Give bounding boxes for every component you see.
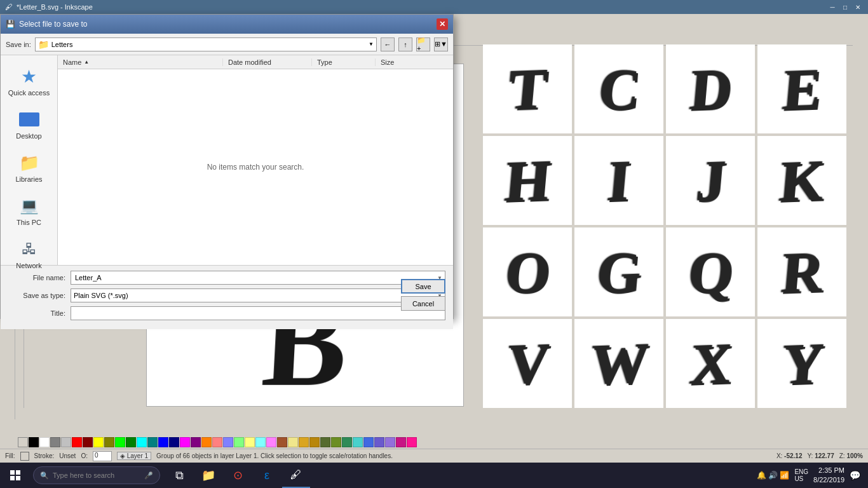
- white-swatch[interactable]: [39, 437, 50, 447]
- yellow-swatch[interactable]: [93, 437, 104, 447]
- notification-icon[interactable]: 💬: [850, 470, 860, 480]
- nav-thispc[interactable]: 💻 This PC: [4, 190, 54, 231]
- letter-k-cell: K: [757, 136, 846, 225]
- desktop-icon: [19, 112, 39, 126]
- slateblue-swatch[interactable]: [374, 437, 384, 447]
- goldenrod-swatch[interactable]: [299, 437, 309, 447]
- lightmagenta-swatch[interactable]: [266, 437, 276, 447]
- lightcyan-swatch[interactable]: [255, 437, 266, 447]
- opacity-label: O:: [81, 452, 88, 459]
- taskbar-apps: ⧉ 📁 ⊙ ε 🖋: [165, 463, 310, 488]
- folder-combo[interactable]: 📁 Letters ▼: [35, 37, 377, 51]
- blue-swatch[interactable]: [158, 437, 168, 447]
- gray-swatch[interactable]: [50, 437, 60, 447]
- medturquoise-swatch[interactable]: [353, 437, 363, 447]
- nav-up-btn[interactable]: ↑: [398, 37, 412, 51]
- darkgold-swatch[interactable]: [309, 437, 320, 447]
- letter-art-grid: T C D E H I J K O G Q R V W X Y: [483, 44, 851, 413]
- file-content-area: No items match your search.: [58, 69, 453, 265]
- lime-swatch[interactable]: [115, 437, 125, 447]
- cancel-button[interactable]: Cancel: [401, 296, 445, 311]
- close-btn[interactable]: ✕: [853, 2, 863, 12]
- orange-swatch[interactable]: [201, 437, 212, 447]
- svg-rect-0: [10, 470, 15, 475]
- start-button[interactable]: [0, 463, 31, 488]
- status-message: Group of 66 objects in layer Layer 1. Cl…: [156, 452, 393, 459]
- royalblue-swatch[interactable]: [363, 437, 374, 447]
- deeppink-swatch[interactable]: [407, 437, 417, 447]
- maximize-btn[interactable]: □: [840, 2, 850, 12]
- explorer-btn[interactable]: 📁: [194, 463, 222, 488]
- edge-btn[interactable]: ε: [253, 463, 281, 488]
- medvioletred-swatch[interactable]: [396, 437, 406, 447]
- nav-desktop[interactable]: Desktop: [4, 104, 54, 144]
- nav-back-btn[interactable]: ←: [381, 37, 395, 51]
- col-size[interactable]: Size: [376, 58, 426, 66]
- letter-q: Q: [685, 238, 735, 305]
- mediumpurple-swatch[interactable]: [385, 437, 395, 447]
- black-swatch[interactable]: [29, 437, 39, 447]
- teal-swatch[interactable]: [147, 437, 158, 447]
- nav-quick-access[interactable]: ★ Quick access: [4, 60, 54, 101]
- color-palette: [18, 436, 844, 449]
- green-swatch[interactable]: [126, 437, 136, 447]
- save-in-label: Save in:: [6, 41, 31, 48]
- lightyellow-swatch[interactable]: [245, 437, 255, 447]
- title-input-wrap: [71, 306, 445, 320]
- transparent-swatch[interactable]: [18, 437, 28, 447]
- filename-input[interactable]: [74, 274, 437, 281]
- letter-r-cell: R: [757, 227, 846, 316]
- save-button[interactable]: Save: [401, 279, 445, 294]
- col-date[interactable]: Date modified: [223, 58, 312, 66]
- olive-swatch[interactable]: [104, 437, 114, 447]
- darkolive-swatch[interactable]: [320, 437, 330, 447]
- red-swatch[interactable]: [72, 437, 82, 447]
- minimize-btn[interactable]: ─: [827, 2, 837, 12]
- create-folder-btn[interactable]: 📁+: [416, 37, 430, 51]
- taskbar: 🔍 Type here to search 🎤 ⧉ 📁 ⊙ ε 🖋 🔔 🔊 📶 …: [0, 463, 868, 488]
- view-btn[interactable]: ⊞▼: [434, 37, 448, 51]
- letter-d: D: [687, 55, 734, 122]
- layer-indicator[interactable]: ◈ Layer 1: [117, 452, 151, 460]
- purple-swatch[interactable]: [191, 437, 201, 447]
- save-dialog: 💾 Select file to save to ✕ Save in: 📁 Le…: [0, 14, 454, 319]
- navy-swatch[interactable]: [169, 437, 179, 447]
- filetype-row: Save as type: Plain SVG (*.svg) ▼: [8, 288, 445, 302]
- file-list-header: Name ▲ Date modified Type Size: [58, 55, 453, 69]
- letter-w2: W: [587, 330, 650, 397]
- title-input[interactable]: [71, 307, 445, 320]
- periwinkle-swatch[interactable]: [223, 437, 233, 447]
- filename-row: File name: ▼: [8, 271, 445, 285]
- taskbar-right: 🔔 🔊 📶 ENG US 2:35 PM 8/22/2019 💬: [757, 466, 868, 485]
- svg-rect-3: [16, 476, 20, 480]
- system-icons: 🔔 🔊 📶: [757, 471, 790, 480]
- brown-swatch[interactable]: [277, 437, 287, 447]
- nav-libraries[interactable]: 📁 Libraries: [4, 147, 54, 187]
- dialog-body: ★ Quick access Desktop 📁 Libraries 💻: [1, 55, 453, 265]
- maroon-swatch[interactable]: [83, 437, 93, 447]
- seagreen-swatch[interactable]: [342, 437, 352, 447]
- magenta-swatch[interactable]: [180, 437, 190, 447]
- dialog-close-btn[interactable]: ✕: [437, 18, 448, 30]
- col-name[interactable]: Name ▲: [58, 58, 223, 66]
- filetype-combo-wrap[interactable]: Plain SVG (*.svg) ▼: [71, 288, 445, 302]
- title-row: Title:: [8, 306, 445, 320]
- libraries-icon: 📁: [19, 153, 39, 173]
- lightgreen-swatch[interactable]: [234, 437, 244, 447]
- desktop-icon-wrap: [18, 108, 41, 131]
- inkscape-btn[interactable]: 🖋: [282, 463, 310, 488]
- taskview-btn[interactable]: ⧉: [165, 463, 193, 488]
- nav-network[interactable]: 🖧 Network: [4, 233, 54, 274]
- col-type[interactable]: Type: [312, 58, 376, 66]
- letter-g-cell: G: [574, 227, 663, 316]
- opacity-input[interactable]: 0: [93, 451, 112, 461]
- letter-h-cell: H: [483, 136, 572, 225]
- chrome-btn[interactable]: ⊙: [224, 463, 252, 488]
- olivedrab-swatch[interactable]: [331, 437, 341, 447]
- taskbar-search[interactable]: 🔍 Type here to search 🎤: [33, 466, 160, 484]
- pink-swatch[interactable]: [212, 437, 222, 447]
- letter-d-cell: D: [666, 44, 755, 133]
- cyan-swatch[interactable]: [137, 437, 147, 447]
- silver-swatch[interactable]: [61, 437, 71, 447]
- khaki-swatch[interactable]: [288, 437, 298, 447]
